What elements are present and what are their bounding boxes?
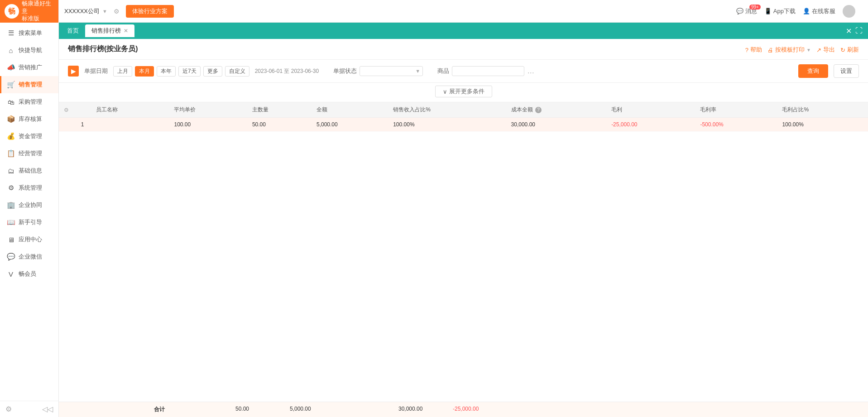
- sidebar-item-basic-info[interactable]: 🗂 基础信息: [0, 162, 58, 179]
- tab-sales-rank-label: 销售排行榜: [91, 27, 121, 35]
- message-icon: 💬: [736, 8, 743, 14]
- row-cost-cell: 30,000.00: [507, 118, 607, 132]
- goods-filter-input[interactable]: [452, 66, 524, 76]
- sales-rank-table: ⚙ 员工名称 平均单价 主数量 全额 销售收入占比% 成本全额 ? 毛利 毛利率…: [59, 102, 868, 132]
- tabbar: 首页 销售排行榜 ✕ ✕ ⛶: [59, 23, 868, 39]
- quick-nav-icon: ⌂: [7, 47, 15, 54]
- date-filter-group: 上月 本月 本年 近7天 更多 自定义: [113, 66, 249, 77]
- date-btn-7days[interactable]: 近7天: [178, 66, 201, 77]
- window-close-icon[interactable]: ✕: [846, 27, 852, 35]
- refresh-button[interactable]: ↻ 刷新: [840, 46, 859, 54]
- sidebar-item-operation[interactable]: 📋 经营管理: [0, 145, 58, 162]
- avatar[interactable]: [843, 5, 855, 18]
- company-selector[interactable]: XXXXXX公司 ▼: [64, 7, 107, 15]
- page-header: 销售排行榜(按业务员) ? 帮助 🖨 按模板打印 ▼ ↗ 导出 ↻ 刷新: [59, 39, 868, 60]
- sidebar-nav: ☰ 搜索菜单 ⌂ 快捷导航 📣 营销推广 🛒 销售管理 🛍 采购管理 📦 库存核…: [0, 23, 58, 401]
- sidebar-item-app-center[interactable]: 🖥 应用中心: [0, 231, 58, 248]
- sidebar-item-marketing[interactable]: 📣 营销推广: [0, 59, 58, 76]
- expand-chevron-icon: ∨: [443, 88, 447, 95]
- app-download-label: App下载: [773, 7, 796, 15]
- col-header-gross-pct: 毛利占比%: [777, 102, 868, 118]
- export-button[interactable]: ↗ 导出: [816, 46, 835, 54]
- row-gross-pct-cell: 100.00%: [777, 118, 868, 132]
- col-header-settings[interactable]: ⚙: [59, 102, 73, 118]
- row-avg-price-cell: 100.00: [169, 118, 247, 132]
- help-button[interactable]: ? 帮助: [745, 46, 762, 54]
- sidebar-item-finance[interactable]: 💰 资金管理: [0, 128, 58, 145]
- settings-bottom-icon[interactable]: ⚙: [5, 405, 12, 413]
- collapse-icon[interactable]: ◁◁: [42, 405, 53, 413]
- app-download-button[interactable]: 📱 App下载: [764, 7, 796, 15]
- footer-sales-pct: [340, 406, 394, 413]
- status-select[interactable]: [360, 66, 423, 76]
- date-btn-custom[interactable]: 自定义: [225, 66, 249, 77]
- col-header-sales-pct: 销售收入占比%: [388, 102, 506, 118]
- row-amount-cell: 5,000.00: [312, 118, 388, 132]
- goods-filter: 商品 …: [437, 66, 535, 76]
- message-badge: 99+: [749, 5, 761, 10]
- cost-info-icon[interactable]: ?: [535, 107, 542, 113]
- col-header-qty: 主数量: [248, 102, 312, 118]
- search-order-icon: ☰: [7, 29, 15, 37]
- print-dropdown-icon: ▼: [806, 48, 811, 53]
- date-filter-label: 单据日期: [84, 67, 108, 75]
- row-employee-cell: [91, 118, 169, 132]
- col-header-employee: 员工名称: [91, 102, 169, 118]
- footer-gross: -25,000.00: [448, 406, 503, 413]
- print-button[interactable]: 🖨 按模板打印 ▼: [767, 46, 811, 54]
- sidebar: 畅 畅康通好生意 标准版 ☰ 搜索菜单 ⌂ 快捷导航 📣 营销推广 🛒 销售管理…: [0, 0, 59, 417]
- sidebar-item-enterprise[interactable]: 🏢 企业协同: [0, 197, 58, 214]
- filter-settings-button[interactable]: 设置: [834, 64, 859, 78]
- app-center-icon: 🖥: [7, 236, 15, 244]
- basic-info-icon: 🗂: [7, 167, 15, 175]
- topbar-settings-icon[interactable]: ⚙: [114, 8, 120, 15]
- date-btn-this-month[interactable]: 本月: [135, 66, 154, 77]
- online-service-button[interactable]: 👤 在线客服: [803, 7, 835, 15]
- wechat-icon: 💬: [7, 253, 15, 261]
- service-label: 在线客服: [812, 7, 835, 15]
- expand-conditions-bar: ∨ 展开更多条件: [59, 83, 868, 102]
- sidebar-item-inventory[interactable]: 📦 库存核算: [0, 110, 58, 128]
- row-rank-cell: 1: [73, 118, 91, 132]
- sidebar-item-guide[interactable]: 📖 新手引导: [0, 214, 58, 231]
- status-filter-label: 单据状态: [333, 67, 357, 75]
- sidebar-item-purchase-mgmt[interactable]: 🛍 采购管理: [0, 93, 58, 110]
- help-icon: ?: [745, 47, 748, 53]
- topbar-right: 💬 消息 99+ 📱 App下载 👤 在线客服: [736, 5, 863, 18]
- export-icon: ↗: [816, 47, 821, 53]
- sidebar-bottom: ⚙ ◁◁: [0, 401, 58, 417]
- tab-close-icon[interactable]: ✕: [124, 28, 128, 34]
- filter-toggle-arrow[interactable]: ▶: [68, 66, 79, 77]
- row-gross-cell: -25,000.00: [607, 118, 695, 132]
- date-btn-more[interactable]: 更多: [203, 66, 222, 77]
- date-btn-this-year[interactable]: 本年: [157, 66, 176, 77]
- sidebar-item-sales-mgmt[interactable]: 🛒 销售管理: [0, 76, 58, 93]
- sidebar-logo: 畅 畅康通好生意 标准版: [0, 0, 58, 23]
- query-button[interactable]: 查询: [798, 64, 828, 78]
- expand-conditions-button[interactable]: ∨ 展开更多条件: [435, 86, 492, 97]
- app-download-icon: 📱: [764, 8, 772, 14]
- content-area: 销售排行榜(按业务员) ? 帮助 🖨 按模板打印 ▼ ↗ 导出 ↻ 刷新: [59, 39, 868, 417]
- system-icon: ⚙: [7, 184, 15, 192]
- col-header-avg-price: 平均单价: [169, 102, 247, 118]
- col-header-gross: 毛利: [607, 102, 695, 118]
- footer-cost: 30,000.00: [394, 406, 448, 413]
- sidebar-item-quick-nav[interactable]: ⌂ 快捷导航: [0, 42, 58, 59]
- col-header-amount: 全额: [312, 102, 388, 118]
- sidebar-item-system[interactable]: ⚙ 系统管理: [0, 179, 58, 197]
- row-settings-cell: [59, 118, 73, 132]
- sidebar-item-wechat[interactable]: 💬 企业微信: [0, 248, 58, 265]
- tab-sales-rank[interactable]: 销售排行榜 ✕: [85, 24, 134, 37]
- window-maximize-icon[interactable]: ⛶: [855, 27, 863, 35]
- date-btn-last-month[interactable]: 上月: [113, 66, 132, 77]
- trial-button[interactable]: 体验行业方案: [126, 5, 174, 18]
- service-icon: 👤: [803, 8, 810, 14]
- message-button[interactable]: 💬 消息 99+: [736, 7, 757, 15]
- goods-filter-ellipsis-icon[interactable]: …: [527, 67, 535, 75]
- sidebar-item-member[interactable]: V 畅会员: [0, 265, 58, 283]
- footer-total-label: 合计: [149, 406, 231, 413]
- sidebar-item-search-order[interactable]: ☰ 搜索菜单: [0, 24, 58, 42]
- print-icon: 🖨: [767, 47, 773, 53]
- tab-home[interactable]: 首页: [61, 24, 85, 37]
- tab-home-label: 首页: [67, 27, 79, 35]
